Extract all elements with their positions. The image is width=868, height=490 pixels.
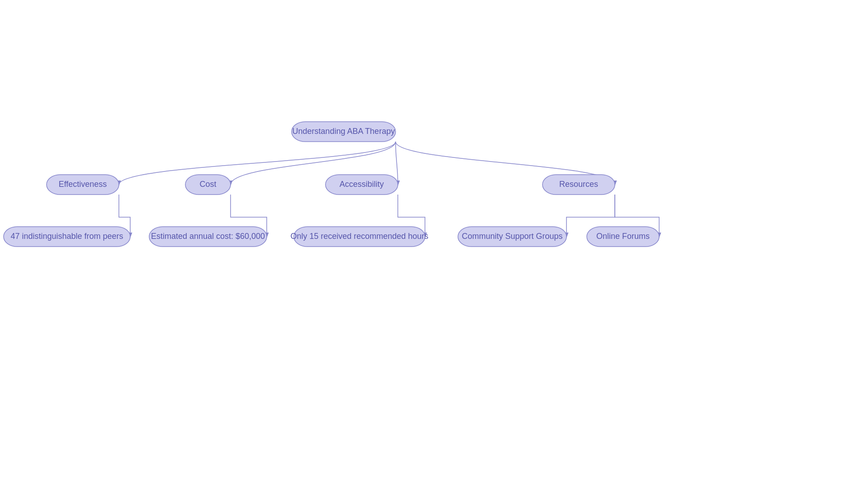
peers-label: 47 indistinguishable from peers bbox=[10, 232, 123, 241]
hours-label: Only 15 received recommended hours bbox=[290, 232, 428, 241]
forums-label: Online Forums bbox=[596, 232, 650, 241]
cost-label: Cost bbox=[199, 180, 216, 189]
accessibility-label: Accessibility bbox=[340, 180, 384, 189]
community-label: Community Support Groups bbox=[462, 232, 562, 241]
annual-cost-label: Estimated annual cost: $60,000 bbox=[151, 232, 265, 241]
root-label: Understanding ABA Therapy bbox=[292, 127, 395, 136]
effectiveness-label: Effectiveness bbox=[59, 180, 107, 189]
resources-label: Resources bbox=[559, 180, 598, 189]
